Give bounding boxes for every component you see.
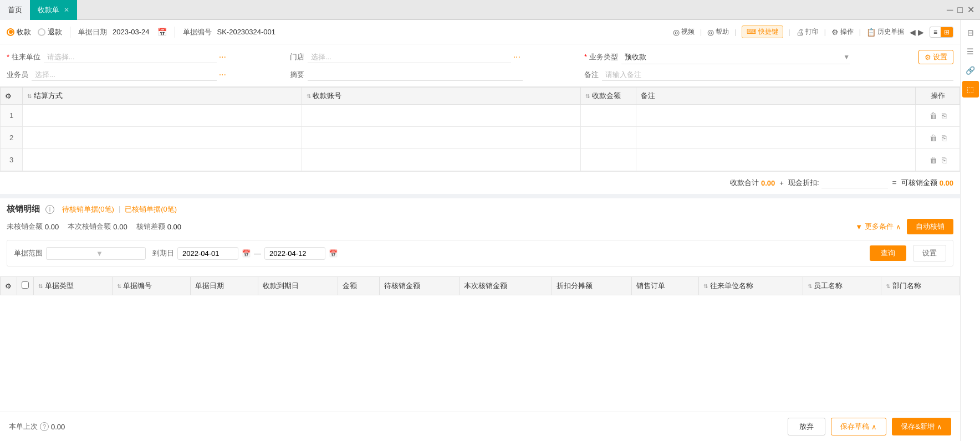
- unverified-label: 未核销金额: [7, 222, 43, 232]
- verify-stats-right: ▼ 更多条件 ∧ 自动核销: [855, 219, 953, 234]
- row-2-copy-icon[interactable]: ⎘: [942, 134, 946, 142]
- net-value: 0.00: [940, 179, 953, 187]
- row-3-remark[interactable]: [636, 149, 916, 171]
- filter-settings-btn[interactable]: 设置: [913, 245, 946, 261]
- radio-refund-label: 退款: [48, 27, 62, 37]
- radio-receipt-label: 收款: [17, 27, 31, 37]
- equals-sign: =: [892, 178, 897, 187]
- query-btn[interactable]: 查询: [870, 245, 906, 261]
- history-icon: 📋: [866, 28, 876, 37]
- scope-chevron[interactable]: ▼: [96, 249, 141, 258]
- bottom-col-checkbox: [17, 277, 34, 295]
- view-toggle: ≡ ⊞: [930, 27, 953, 38]
- row-2-account[interactable]: [302, 127, 581, 149]
- draft-chevron: ∧: [871, 423, 877, 431]
- sidebar-link-icon[interactable]: 🔗: [962, 62, 979, 79]
- sidebar-table-icon[interactable]: ☰: [962, 43, 979, 60]
- row-1-account[interactable]: [302, 105, 581, 127]
- more-filter-btn[interactable]: ▼ 更多条件 ∧: [855, 222, 901, 232]
- date-from-input[interactable]: [177, 247, 238, 260]
- minimize-icon[interactable]: ─: [947, 5, 953, 15]
- row-1-remark[interactable]: [636, 105, 916, 127]
- date-separator: —: [254, 249, 261, 258]
- help-btn[interactable]: ◎ 帮助: [707, 27, 729, 37]
- tab-separator: |: [116, 204, 122, 214]
- video-btn[interactable]: ◎ 视频: [673, 27, 695, 37]
- save-new-btn[interactable]: 保存&新增 ∧: [892, 418, 951, 435]
- date-range: 📅 — 📅: [177, 247, 338, 260]
- view-grid-icon[interactable]: ⊞: [941, 27, 953, 37]
- settings-button[interactable]: ⚙ 设置: [918, 50, 953, 64]
- row-2-amount[interactable]: [581, 127, 636, 149]
- auto-verify-btn[interactable]: 自动核销: [907, 219, 953, 234]
- row-1-copy-icon[interactable]: ⎘: [942, 111, 946, 120]
- row-2-payment[interactable]: [23, 127, 302, 149]
- counterpart-input[interactable]: [44, 51, 217, 63]
- salesperson-input[interactable]: [32, 69, 217, 81]
- shortcuts-icon: ⌨: [747, 28, 756, 35]
- row-2-delete-icon[interactable]: 🗑: [930, 134, 937, 142]
- top-toolbar: 收款 退款 单据日期 2023-03-24 📅 单据编号 SK-20230324…: [0, 20, 960, 44]
- nav-prev[interactable]: ◀: [910, 28, 916, 37]
- settings-label: 设置: [933, 52, 947, 62]
- col-account-no: ⇅ 收款账号: [302, 88, 581, 105]
- scope-select[interactable]: ▼: [46, 247, 146, 260]
- row-3-account[interactable]: [302, 149, 581, 171]
- tab-close-icon[interactable]: ✕: [64, 6, 69, 14]
- store-more-btn[interactable]: ···: [511, 52, 523, 62]
- row-3-payment[interactable]: [23, 149, 302, 171]
- print-btn[interactable]: 🖨 打印: [796, 27, 819, 37]
- maximize-icon[interactable]: □: [957, 5, 963, 15]
- view-list-icon[interactable]: ≡: [930, 27, 941, 37]
- sidebar-grid-icon[interactable]: ⊟: [962, 24, 979, 41]
- bottom-col-settings[interactable]: ⚙: [1, 277, 17, 295]
- business-type-select[interactable]: 预收款 ▼: [621, 50, 850, 64]
- date-to-input[interactable]: [264, 247, 325, 260]
- tab-pending[interactable]: 待核销单据(0笔): [60, 204, 116, 214]
- row-2-remark[interactable]: [636, 127, 916, 149]
- discount-input[interactable]: [821, 177, 888, 188]
- radio-refund[interactable]: 退款: [38, 27, 62, 37]
- business-type-chevron[interactable]: ▼: [843, 53, 850, 61]
- calendar-to-icon[interactable]: 📅: [329, 249, 338, 258]
- bottom-bar: 本单上次 ? 0.00 放弃 保存草稿 ∧ 保存&新增 ∧: [0, 412, 960, 441]
- remark-input[interactable]: [602, 69, 953, 81]
- store-select[interactable]: [308, 51, 511, 63]
- verify-info-icon[interactable]: i: [45, 205, 54, 214]
- tab-home-label: 首页: [8, 5, 22, 15]
- summary-label: 摘要: [290, 70, 304, 80]
- shortcuts-btn[interactable]: ⌨ 快捷键: [742, 25, 783, 38]
- bill-no-value: SK-20230324-001: [217, 28, 276, 36]
- row-3-delete-icon[interactable]: 🗑: [930, 156, 937, 165]
- row-1-amount[interactable]: [581, 105, 636, 127]
- row-1-payment[interactable]: [23, 105, 302, 127]
- draft-btn[interactable]: 保存草稿 ∧: [831, 418, 886, 435]
- tab-receipt[interactable]: 收款单 ✕: [30, 0, 77, 20]
- content-area: 收款 退款 单据日期 2023-03-24 📅 单据编号 SK-20230324…: [0, 20, 960, 441]
- tab-done[interactable]: 已核销单据(0笔): [122, 204, 179, 214]
- row-1-delete-icon[interactable]: 🗑: [930, 111, 937, 120]
- calendar-icon[interactable]: 📅: [157, 28, 167, 37]
- table-settings-col[interactable]: ⚙: [1, 88, 23, 105]
- row-3-amount[interactable]: [581, 149, 636, 171]
- select-all-checkbox[interactable]: [22, 281, 29, 289]
- close-icon[interactable]: ✕: [967, 4, 974, 15]
- store-input[interactable]: [308, 51, 511, 63]
- window-controls: ─ □ ✕: [947, 4, 980, 15]
- summary-input[interactable]: [308, 69, 523, 81]
- abandon-btn[interactable]: 放弃: [788, 418, 825, 435]
- form-section: 往来单位 ··· 门店 ··· 业务类型: [0, 44, 960, 87]
- sidebar-scan-icon[interactable]: ⬚: [962, 81, 979, 98]
- operations-btn[interactable]: ⚙ 操作: [831, 27, 854, 37]
- row-3-copy-icon[interactable]: ⎘: [942, 156, 946, 165]
- verify-title: 核销明细: [7, 204, 40, 214]
- history-btn[interactable]: 📋 历史单据: [866, 27, 904, 37]
- tab-home[interactable]: 首页: [0, 0, 30, 20]
- calendar-from-icon[interactable]: 📅: [242, 249, 251, 258]
- bottom-stat-info-icon[interactable]: ?: [40, 422, 49, 431]
- counterpart-more-btn[interactable]: ···: [217, 52, 228, 62]
- nav-next[interactable]: ▶: [918, 28, 924, 37]
- salesperson-more-btn[interactable]: ···: [217, 70, 228, 80]
- tab-receipt-label: 收款单: [38, 5, 59, 15]
- radio-receipt[interactable]: 收款: [7, 27, 31, 37]
